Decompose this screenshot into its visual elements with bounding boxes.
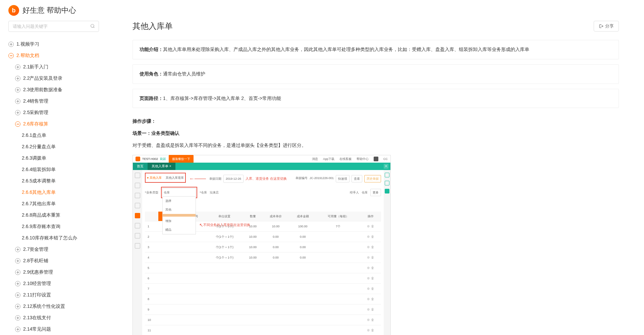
intro-text: 其他入库单用来处理除采购入库、产成品入库之外的其他入库业务，因此其他入库单可处理… (163, 47, 529, 52)
nav-2-8[interactable]: 2.8手机旺铺 (8, 255, 99, 267)
scene1-text: 对于受赠、盘盈或是拆装入库等不同的业务，是通过单据头【业务类型】进行区分。 (132, 141, 619, 150)
th-amount: 成本金额 (289, 212, 316, 221)
ss-btn-quick: 快速填 (336, 175, 350, 182)
ss-company: TEST-H002 (142, 156, 158, 162)
ss-tab-bar: 首页 其他入库单 × × (133, 163, 390, 170)
th-unit: 单位设置 (206, 212, 243, 221)
ss-dd-item (163, 214, 196, 217)
ss-top-bar: TEST-H002 刷新 服装餐饮一下 ? 消息 App下载 在线客服 帮助中心… (133, 155, 390, 163)
ss-dropdown: 仓库 (162, 188, 196, 197)
ss-order-label: 单据编号 (296, 175, 308, 182)
nav-2-6-3[interactable]: 2.6.3调拨单 (8, 153, 99, 164)
table-row: 6⊕🗑 (145, 273, 381, 284)
ss-left-sidebar (133, 170, 142, 335)
nav-2-6-2[interactable]: 2.6.2分量盘点单 (8, 141, 99, 153)
plus-icon (15, 87, 20, 93)
ss-more-btn: 更多 (370, 189, 381, 196)
th-avail: 可用量（每箱） (316, 212, 360, 221)
scene1-title: 场景一：业务类型确认 (132, 128, 619, 138)
table-row: 11⊕🗑 (145, 325, 381, 335)
ss-handler-label: 经手人 (350, 189, 359, 196)
role-label: 使用角色： (140, 71, 163, 76)
steps-label: 操作步骤： (132, 116, 619, 126)
ss-top-msg: 消息 (312, 156, 318, 162)
ss-main-area: ● 其他入库 其他入库退库 ←─── 单据日期 2019-12-26 入库、退货… (142, 170, 384, 335)
main-container: 1.视频学习 2.帮助文档 2.1新手入门 2.2产品安装及登录 2.3使用前数… (0, 21, 644, 335)
ss-annotation-2-wrap: ↖ 不同业务的入库类型在这里切换 (199, 220, 250, 230)
table-row: 9⊕🗑 (145, 304, 381, 315)
ss-top-help: 帮助中心 (357, 156, 369, 162)
plus-icon (15, 315, 20, 321)
arrow-icon: ↖ (199, 220, 203, 230)
ss-top-user: CC (383, 156, 388, 162)
table-row: 7⊕🗑 (145, 284, 381, 294)
page-title: 其他入库单 (132, 21, 173, 32)
role-text: 通常由仓管人员维护 (163, 71, 205, 76)
share-label: 分享 (605, 23, 614, 29)
ss-side-icon (135, 223, 140, 228)
nav-2-14[interactable]: 2.14常见问题 (8, 324, 99, 335)
search-input[interactable] (8, 21, 99, 32)
ss-refresh: 刷新 (160, 156, 166, 162)
nav-2-6-4[interactable]: 2.6.4组装拆卸单 (8, 164, 99, 175)
ss-filter-row: *业务类型 仓库 选择 其他 增加 赠品 (145, 187, 381, 198)
nav-2-6-7[interactable]: 2.6.7其他出库单 (8, 198, 99, 210)
table-row: 10⊕🗑 (145, 315, 381, 325)
plus-icon (15, 99, 20, 104)
th-ops: 操作 (360, 212, 381, 221)
table-row: 4个(1个 = 1个)10.000.000.00⊕🗑 (145, 253, 381, 263)
ss-side-icon (135, 213, 140, 218)
nav-2-11[interactable]: 2.11打印设置 (8, 289, 99, 301)
nav-2-6-1[interactable]: 2.6.1盘点单 (8, 130, 99, 141)
nav-2-10[interactable]: 2.10经营管理 (8, 278, 99, 289)
nav-2-6-8[interactable]: 2.6.8商品成本重算 (8, 210, 99, 221)
ss-biz-value: 实体店 (210, 189, 219, 196)
nav-2-3[interactable]: 2.3使用前数据准备 (8, 84, 99, 96)
close-icon: × (384, 164, 388, 169)
search-icon[interactable] (90, 23, 95, 29)
plus-icon (15, 64, 20, 70)
nav-2-9[interactable]: 2.9优惠券管理 (8, 267, 99, 278)
ss-dropdown-menu: 选择 其他 增加 赠品 (162, 196, 196, 234)
header-title: 好生意 帮助中心 (22, 5, 76, 15)
minus-icon (15, 121, 20, 127)
nav-2-6-5[interactable]: 2.6.5成本调整单 (8, 175, 99, 187)
th-num (145, 212, 158, 221)
app-header: b 好生意 帮助中心 (0, 0, 644, 21)
ss-rb-icon (385, 189, 389, 193)
info-box-role: 使用角色：通常由仓管人员维护 (132, 64, 619, 84)
path-label: 页面路径： (140, 96, 163, 101)
plus-icon (15, 258, 20, 264)
ss-logo-icon (136, 157, 140, 161)
sidebar: 1.视频学习 2.帮助文档 2.1新手入门 2.2产品安装及登录 2.3使用前数… (8, 21, 99, 335)
ss-date-value: 2019-12-26 (223, 175, 244, 183)
nav-2-6-6[interactable]: 2.6.6其他入库单 (8, 187, 99, 198)
ss-dd-item: 增加 (163, 217, 196, 225)
ss-order-value: JC-20191226-001 (310, 175, 334, 182)
share-button[interactable]: 分享 (594, 21, 619, 32)
ss-rb-icon (385, 173, 389, 177)
plus-icon (15, 327, 20, 332)
ss-help: ? (196, 156, 197, 162)
nav-2-6[interactable]: 2.6库存核算 (8, 118, 99, 130)
ss-top-app: App下载 (323, 156, 334, 162)
ss-side-icon (135, 183, 140, 188)
ss-header-row: ● 其他入库 其他入库退库 ←─── 单据日期 2019-12-26 入库、退货… (145, 173, 381, 185)
nav-2-1[interactable]: 2.1新手入门 (8, 61, 99, 73)
ss-wh-label: *业务类型 (145, 189, 158, 196)
plus-icon (15, 304, 20, 309)
ss-right-bar (384, 170, 390, 335)
nav-help-docs[interactable]: 2.帮助文档 (8, 50, 99, 61)
nav-2-2[interactable]: 2.2产品安装及登录 (8, 73, 99, 84)
nav-2-4[interactable]: 2.4销售管理 (8, 96, 99, 107)
plus-icon (15, 110, 20, 115)
share-icon (599, 24, 603, 29)
nav-2-12[interactable]: 2.12系统个性化设置 (8, 301, 99, 312)
nav-video-learning[interactable]: 1.视频学习 (8, 39, 99, 50)
nav-2-5[interactable]: 2.5采购管理 (8, 107, 99, 118)
nav-2-6-10[interactable]: 2.6.10库存账本错了怎么办 (8, 232, 99, 244)
nav-2-6-9[interactable]: 2.6.9库存账本查询 (8, 221, 99, 232)
main-content: 其他入库单 分享 功能介绍：其他入库单用来处理除采购入库、产成品入库之外的其他入… (99, 21, 636, 335)
nav-2-13[interactable]: 2.13在线支付 (8, 312, 99, 324)
nav-2-7[interactable]: 2.7资金管理 (8, 244, 99, 255)
